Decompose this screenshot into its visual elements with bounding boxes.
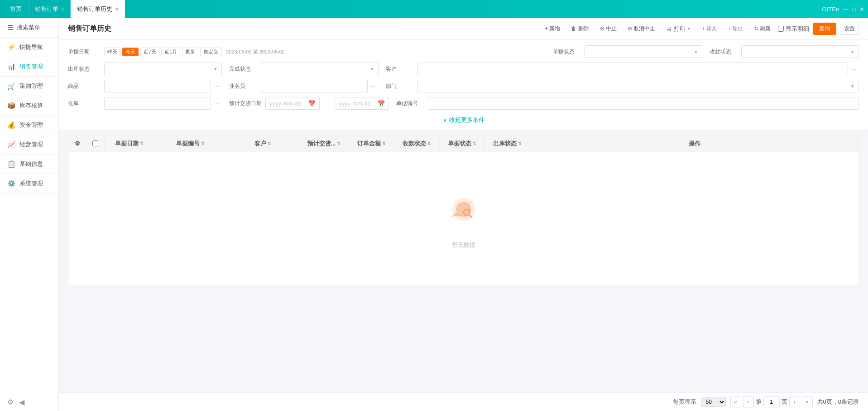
minimize-btn[interactable]: — [843,6,849,13]
salesman-dots-btn[interactable]: ··· [368,82,379,90]
sidebar-item-sales-mgmt-label: 销售管理 [19,63,43,71]
first-page-btn[interactable]: « [730,396,741,407]
sidebar-item-system-mgmt[interactable]: ⚙️ 系统管理 [0,174,58,193]
th-pay-status[interactable]: 收款状态 ⇅ [394,135,440,152]
new-button[interactable]: + 新增 [541,23,564,34]
warehouse-control: ··· [104,97,222,110]
calendar-end-icon[interactable]: 📅 [378,100,385,107]
refresh-button[interactable]: ↻ 刷新 [750,23,774,34]
delete-button[interactable]: 🗑 删除 [567,23,592,34]
th-customer[interactable]: 客户 ⇅ [227,135,299,152]
settings-gear-icon[interactable]: ⚙ [75,140,80,147]
sidebar-item-search-menu[interactable]: ☰ 搜索菜单 [0,18,58,38]
complete-status-arrow-icon: ▼ [370,67,374,72]
query-button[interactable]: 查询 [813,23,836,35]
export-button[interactable]: ↓ 导出 [724,23,746,34]
data-table: ⚙ 单据日期 ⇅ 单据编号 ⇅ 客户 ⇅ [68,135,859,286]
sidebar-item-finance[interactable]: 💰 资金管理 [0,116,58,135]
cancel-stop-button[interactable]: ⊘ 取消中止 [624,23,659,34]
bill-no-input[interactable] [428,97,859,110]
th-delivery[interactable]: 预计交货... ⇅ [299,135,349,152]
goods-input[interactable] [104,80,211,92]
sidebar-item-operations[interactable]: 📈 经营管理 [0,135,58,155]
content-area: 销售订单历史 + 新增 🗑 删除 ⊘ 中止 ⊘ 取消中止 🖨 打印 ▼ ↑ 导入… [59,18,868,411]
last-page-btn[interactable]: » [802,396,813,407]
department-label: 部门 [386,82,417,90]
date-tag-custom[interactable]: 自定义 [200,48,221,56]
goods-dots-btn[interactable]: ··· [211,82,222,90]
sidebar-item-inventory[interactable]: 📦 库存核算 [0,96,58,116]
filter-row-1: 单据日期 昨天 今天 近7天 近1月 更多 自定义 2023-06-02 至 2… [68,45,859,58]
customer-input[interactable] [417,63,848,75]
delivery-date-end[interactable]: yyyy-mm-dd 📅 [335,97,389,110]
print-label: 🖨 打印 [666,25,686,33]
stop-button[interactable]: ⊘ 中止 [596,23,620,34]
tab-sales-history-close[interactable]: × [115,6,118,12]
page-number-input[interactable] [763,396,780,407]
payment-status-select[interactable]: ▼ [741,45,859,58]
complete-status-select[interactable]: ▼ [261,63,379,75]
page-size-label: 每页显示 [673,398,696,406]
prev-page-btn[interactable]: ‹ [743,396,754,407]
bill-status-select[interactable]: ▼ [585,45,702,58]
display-detail-checkbox[interactable] [778,26,784,32]
th-amount[interactable]: 订单金额 ⇅ [349,135,394,152]
sidebar-settings-icon[interactable]: ⚙ [7,398,14,406]
sidebar-item-search-menu-label: 搜索菜单 [17,24,40,32]
date-tag-more[interactable]: 更多 [182,48,198,56]
delivery-date-start[interactable]: yyyy-mm-dd 📅 [265,97,320,110]
salesman-input[interactable] [261,80,368,92]
th-out-status[interactable]: 出库状态 ⇅ [485,135,530,152]
page-header: 销售订单历史 + 新增 🗑 删除 ⊘ 中止 ⊘ 取消中止 🖨 打印 ▼ ↑ 导入… [59,18,868,40]
customer-sort-icon: ⇅ [268,141,271,146]
date-tag-yesterday[interactable]: 昨天 [104,48,120,56]
th-check[interactable] [86,135,105,152]
bill-no-label: 单据编号 [396,100,428,107]
tab-sales-order[interactable]: 销售订单 × [29,0,71,18]
warehouse-input[interactable] [104,97,211,110]
page-size-select[interactable]: 20 50 100 [701,397,726,407]
page-label: 页 [782,398,787,406]
sidebar-item-inventory-label: 库存核算 [19,102,43,110]
collapse-bar[interactable]: ∧ 收起更多条件 [68,114,859,126]
department-arrow-icon: ▼ [850,84,855,89]
sidebar-item-basic-info[interactable]: 📋 基础信息 [0,155,58,174]
top-bar-right: OfTEn — □ ✕ [822,6,864,13]
payment-status-arrow-icon: ▼ [850,49,855,54]
sidebar-item-quick-nav[interactable]: ⚡ 快捷导航 [0,38,58,57]
filter-area: 单据日期 昨天 今天 近7天 近1月 更多 自定义 2023-06-02 至 2… [59,40,868,130]
tab-home[interactable]: 首页 [4,0,29,18]
display-detail-label[interactable]: 显示明细 [778,25,809,33]
th-bill-status-label: 单据状态 [448,140,471,148]
tab-sales-order-close[interactable]: × [61,6,64,12]
th-settings[interactable]: ⚙ [68,135,86,152]
date-separator: — [322,100,332,107]
tab-sales-history[interactable]: 销售订单历史 × [71,0,125,18]
date-tag-7days[interactable]: 近7天 [140,48,159,56]
basic-info-icon: 📋 [7,160,16,168]
out-status-label: 出库状态 [68,65,104,73]
close-btn[interactable]: ✕ [859,6,864,13]
maximize-btn[interactable]: □ [852,6,856,13]
import-button[interactable]: ↑ 导入 [698,23,720,34]
out-status-select[interactable]: ▼ [104,63,222,75]
th-billno[interactable]: 单据编号 ⇅ [154,135,227,152]
sidebar-item-sales-mgmt[interactable]: 📊 销售管理 [0,57,58,77]
sidebar-collapse-icon[interactable]: ◀ [19,398,24,406]
settings-button[interactable]: 设置 [840,23,859,35]
th-bill-status[interactable]: 单据状态 ⇅ [440,135,485,152]
date-tag-today[interactable]: 今天 [122,48,139,56]
sidebar-item-purchase-mgmt[interactable]: 🛒 采购管理 [0,77,58,96]
th-date[interactable]: 单据日期 ⇅ [105,135,154,152]
page-label-pre: 第 [756,398,762,406]
print-button[interactable]: 🖨 打印 ▼ [662,23,695,35]
sidebar-bottom: ⚙ ◀ [0,393,58,411]
next-page-btn[interactable]: › [789,396,800,407]
select-all-checkbox[interactable] [92,140,98,146]
table-header: ⚙ 单据日期 ⇅ 单据编号 ⇅ 客户 ⇅ [68,135,858,152]
warehouse-dots-btn[interactable]: ··· [211,100,222,107]
date-tag-1month[interactable]: 近1月 [161,48,180,56]
department-select[interactable]: ▼ [417,80,859,92]
customer-dots-btn[interactable]: ··· [848,65,859,73]
calendar-start-icon[interactable]: 📅 [308,100,316,107]
